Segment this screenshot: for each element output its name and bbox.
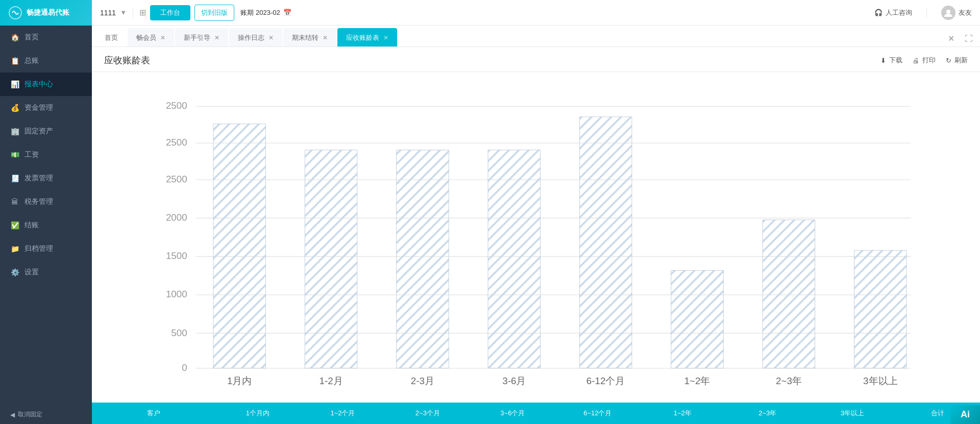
svg-text:3-6月: 3-6月 [502,375,526,386]
tab-guide[interactable]: 新手引导✕ [175,28,228,46]
tab-close-all-button[interactable]: ✕ [945,33,958,44]
ledger-icon: 📋 [10,56,19,65]
sidebar-label-settle: 结账 [24,221,39,230]
sidebar-label-reports: 报表中心 [24,80,53,89]
sidebar-item-archive[interactable]: 📁 归档管理 [0,237,92,261]
print-label: 打印 [922,56,936,65]
bar-chart: 2500 2500 2500 2000 1500 1000 500 0 [104,80,968,394]
sidebar-item-fixed[interactable]: 🏢 固定资产 [0,120,92,143]
svg-text:1000: 1000 [166,289,187,299]
svg-text:2000: 2000 [166,212,187,223]
tab-close-aging[interactable]: ✕ [383,34,388,41]
sidebar-label-capital: 资金管理 [24,103,53,112]
download-button[interactable]: ⬇ 下载 [880,56,902,65]
workbench-button[interactable]: 工作台 [150,5,190,20]
collapse-label: 取消固定 [18,410,42,419]
ai-badge[interactable]: Ai [950,405,980,424]
tab-label-aging: 应收账龄表 [346,33,379,42]
fixed-icon: 🏢 [10,127,19,136]
print-icon: 🖨 [913,57,919,64]
svg-text:2500: 2500 [166,137,187,148]
sidebar-item-capital[interactable]: 💰 资金管理 [0,96,92,120]
sidebar-label-settings: 设置 [24,268,39,277]
svg-rect-23 [579,117,631,368]
svg-text:1月内: 1月内 [227,375,252,386]
tab-close-period_end[interactable]: ✕ [323,34,328,41]
sidebar-item-settings[interactable]: ⚙️ 设置 [0,261,92,284]
top-header: 畅捷通易代账 1111 ▼ ⊞ 工作台 切到旧版 账期 2023-02 📅 🎧 … [0,0,980,26]
tab-period_end[interactable]: 期末结转✕ [283,28,336,46]
user-area[interactable]: 友友 [941,6,972,20]
header-company: 1111 ▼ [100,9,127,17]
svg-rect-25 [763,220,815,368]
page-header: 应收账龄表 ⬇ 下载 🖨 打印 ↻ 刷新 [92,47,980,72]
settings-icon: ⚙️ [10,268,19,277]
sidebar-item-ledger[interactable]: 📋 总账 [0,49,92,73]
copy-button[interactable]: ⊞ [139,8,146,17]
tab-expand-button[interactable]: ⛶ [962,33,976,44]
table-col-3: 2~3个月 [385,409,470,418]
header-divider-2 [926,8,927,18]
page-title: 应收账龄表 [104,54,150,66]
company-dropdown-icon[interactable]: ▼ [120,9,127,16]
tab-oplog[interactable]: 操作日志✕ [229,28,282,46]
collapse-icon: ◀ [10,411,15,418]
chart-svg-element: 2500 2500 2500 2000 1500 1000 500 0 [104,80,968,394]
content-area: 首页畅会员✕新手引导✕操作日志✕期末结转✕应收账龄表✕ ✕ ⛶ 应收账龄表 ⬇ … [92,26,980,424]
refresh-button[interactable]: ↻ 刷新 [946,56,968,65]
sidebar-collapse-button[interactable]: ◀ 取消固定 [0,405,92,424]
tab-label-home: 首页 [105,33,118,42]
svg-text:1-2月: 1-2月 [319,375,342,386]
page-actions: ⬇ 下载 🖨 打印 ↻ 刷新 [880,56,968,65]
period-value: 2023-02 [256,9,280,16]
svg-point-1 [946,10,950,14]
svg-text:1~2年: 1~2年 [684,375,710,386]
svg-text:6-12个月: 6-12个月 [586,375,625,386]
sidebar-item-salary[interactable]: 💵 工资 [0,143,92,167]
sidebar-item-invoice[interactable]: 🧾 发票管理 [0,167,92,190]
tab-vip[interactable]: 畅会员✕ [128,28,174,46]
table-col-2: 1~2个月 [300,409,385,418]
tab-close-vip[interactable]: ✕ [160,34,165,41]
sidebar: 🏠 首页 📋 总账 📊 报表中心 💰 资金管理 🏢 固定资产 💵 工资 🧾 发票… [0,26,92,424]
svg-text:2500: 2500 [166,174,187,184]
tab-close-oplog[interactable]: ✕ [268,34,274,41]
sidebar-item-home[interactable]: 🏠 首页 [0,26,92,49]
sidebar-label-tax: 税务管理 [24,197,53,206]
svg-rect-22 [488,150,541,368]
table-col-5: 6~12个月 [555,409,640,418]
support-button[interactable]: 🎧 人工咨询 [874,8,912,17]
tab-home[interactable]: 首页 [96,28,127,46]
svg-text:0: 0 [182,362,187,373]
sidebar-item-settle[interactable]: ✅ 结账 [0,214,92,237]
user-name: 友友 [959,8,972,17]
svg-rect-19 [213,124,265,368]
chart-container: 2500 2500 2500 2000 1500 1000 500 0 [92,72,980,403]
home-icon: 🏠 [10,33,19,42]
refresh-icon: ↻ [946,57,951,64]
sidebar-label-ledger: 总账 [24,56,39,65]
switch-version-button[interactable]: 切到旧版 [194,5,234,21]
tab-close-guide[interactable]: ✕ [214,34,219,41]
table-col-4: 3~6个月 [470,409,555,418]
settle-icon: ✅ [10,221,19,230]
svg-rect-20 [305,150,357,368]
table-col-0: 客户 [92,409,215,418]
calendar-icon[interactable]: 📅 [283,9,291,16]
svg-text:2-3月: 2-3月 [411,375,434,386]
tab-label-period_end: 期末结转 [292,33,318,42]
print-button[interactable]: 🖨 打印 [913,56,936,65]
sidebar-item-tax[interactable]: 🏛 税务管理 [0,190,92,214]
invoice-icon: 🧾 [10,174,19,183]
table-header: 客户1个月内1~2个月2~3个月3~6个月6~12个月1~2年2~3年3年以上合… [92,403,980,424]
tab-aging[interactable]: 应收账龄表✕ [337,28,397,46]
svg-rect-21 [397,150,449,368]
svg-rect-24 [671,270,724,368]
salary-icon: 💵 [10,150,19,159]
logo-text: 畅捷通易代账 [27,8,69,17]
support-label: 人工咨询 [886,8,912,17]
avatar [941,6,955,20]
table-col-7: 2~3年 [725,409,810,418]
tab-label-oplog: 操作日志 [238,33,264,42]
sidebar-item-reports[interactable]: 📊 报表中心 [0,73,92,96]
